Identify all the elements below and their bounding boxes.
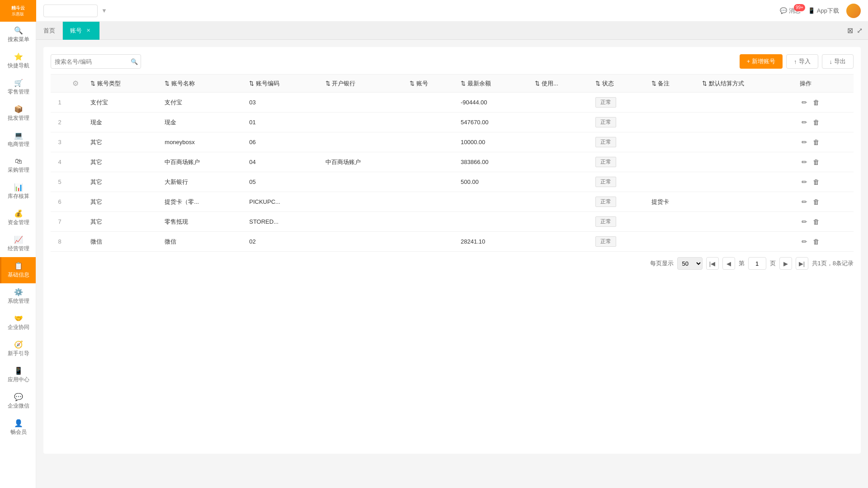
- col-account-code[interactable]: ⇅ 账号编码: [245, 75, 321, 93]
- sidebar-item-finance-mgmt[interactable]: 💰 资金管理: [0, 205, 36, 231]
- tab-expand-icon[interactable]: ⤢: [857, 26, 863, 35]
- logo-text: 精斗云: [11, 5, 25, 11]
- col-account-name[interactable]: ⇅ 账号名称: [161, 75, 245, 93]
- cell-usage: [531, 172, 592, 192]
- search-icon[interactable]: 🔍: [131, 58, 138, 65]
- tab-home-label: 首页: [43, 27, 55, 35]
- cell-account-no: [406, 113, 457, 132]
- prev-page-button[interactable]: ◀: [722, 257, 735, 270]
- topbar-search-input[interactable]: [43, 5, 98, 17]
- col-account-type[interactable]: ⇅ 账号类型: [87, 75, 161, 93]
- tab-accounts[interactable]: 账号 ✕: [63, 22, 99, 40]
- next-page-button[interactable]: ▶: [779, 257, 792, 270]
- delete-button[interactable]: 🗑: [811, 137, 821, 147]
- sidebar-item-purchase-mgmt[interactable]: 🛍 采购管理: [0, 153, 36, 178]
- last-page-button[interactable]: ▶|: [796, 257, 808, 270]
- edit-button[interactable]: ✏: [800, 137, 809, 147]
- delete-button[interactable]: 🗑: [811, 98, 821, 107]
- add-account-button[interactable]: + 新增账号: [740, 54, 783, 69]
- sidebar-item-operations-mgmt[interactable]: 📈 经营管理: [0, 231, 36, 257]
- edit-button[interactable]: ✏: [800, 177, 809, 187]
- col-usage[interactable]: ⇅ 使用...: [531, 75, 592, 93]
- first-page-button[interactable]: |◀: [706, 257, 719, 270]
- tab-collapse-icon[interactable]: ⊠: [847, 26, 853, 35]
- cell-latest-balance: 383866.00: [457, 152, 531, 172]
- col-config[interactable]: ⚙: [69, 75, 87, 93]
- sidebar-item-enterprise-agreement[interactable]: 🤝 企业协同: [0, 310, 36, 336]
- topbar-dropdown-icon[interactable]: ▼: [101, 7, 107, 14]
- status-badge: 正常: [595, 216, 616, 227]
- app-download-button[interactable]: 📱 App下载: [808, 7, 839, 15]
- edit-button[interactable]: ✏: [800, 217, 809, 227]
- import-button[interactable]: ↑ 导入: [786, 54, 818, 69]
- sidebar-item-retail-mgmt[interactable]: 🛒 零售管理: [0, 74, 36, 100]
- edit-button[interactable]: ✏: [800, 117, 809, 127]
- cell-account-name: 中百商场账户: [161, 152, 245, 172]
- cell-index: 4: [51, 152, 69, 172]
- status-badge: 正常: [595, 117, 616, 127]
- delete-button[interactable]: 🗑: [811, 157, 821, 167]
- export-icon: ↓: [830, 58, 833, 65]
- config-gear-icon[interactable]: ⚙: [72, 80, 79, 87]
- sidebar-item-search-menu[interactable]: 🔍 搜索菜单: [0, 22, 36, 48]
- cell-remark: [648, 212, 699, 232]
- sidebar-item-enterprise-wechat[interactable]: 💬 企业微信: [0, 388, 36, 414]
- sidebar-item-label: 资金管理: [8, 219, 29, 226]
- cell-account-name: 零售抵现: [161, 212, 245, 232]
- sidebar-item-wholesale-mgmt[interactable]: 📦 批发管理: [0, 100, 36, 127]
- col-account-no[interactable]: ⇅ 账号: [406, 75, 457, 93]
- cell-account-code: 01: [245, 113, 321, 132]
- delete-button[interactable]: 🗑: [811, 177, 821, 187]
- export-button[interactable]: ↓ 导出: [822, 54, 854, 69]
- page-number-input[interactable]: [748, 257, 766, 270]
- sidebar-item-label: 电商管理: [8, 141, 29, 148]
- page-size-select[interactable]: 50 20 100: [677, 257, 703, 270]
- cell-actions: ✏ 🗑: [796, 152, 854, 172]
- tab-accounts-close[interactable]: ✕: [85, 27, 92, 34]
- sidebar-item-basic-info[interactable]: 📋 基础信息: [0, 257, 36, 283]
- table-row: 8 微信 微信 02 28241.10 正常 ✏ 🗑: [51, 232, 854, 252]
- cell-usage: [531, 192, 592, 212]
- col-status[interactable]: ⇅ 状态: [592, 75, 647, 93]
- operations-icon: 📈: [14, 235, 23, 244]
- cell-account-name: 支付宝: [161, 93, 245, 113]
- sidebar-item-label: 批发管理: [8, 114, 29, 122]
- sidebar-item-quick-nav[interactable]: ⭐ 快捷导航: [0, 48, 36, 74]
- cell-status: 正常: [592, 93, 647, 113]
- col-latest-balance[interactable]: ⇅ 最新余额: [457, 75, 531, 93]
- col-default-settlement[interactable]: ⇅ 默认结算方式: [698, 75, 796, 93]
- sidebar-item-member[interactable]: 👤 畅会员: [0, 414, 36, 441]
- delete-button[interactable]: 🗑: [811, 237, 821, 246]
- cell-latest-balance: [457, 192, 531, 212]
- cell-default-settlement: [698, 192, 796, 212]
- edit-button[interactable]: ✏: [800, 237, 809, 247]
- cell-account-no: [406, 192, 457, 212]
- sidebar-item-ecommerce-mgmt[interactable]: 💻 电商管理: [0, 127, 36, 153]
- edit-button[interactable]: ✏: [800, 98, 809, 108]
- sidebar-item-label: 企业协同: [8, 324, 29, 331]
- cell-actions: ✏ 🗑: [796, 93, 854, 113]
- delete-button[interactable]: 🗑: [811, 217, 821, 226]
- delete-button[interactable]: 🗑: [811, 117, 821, 127]
- cell-account-code: 05: [245, 172, 321, 192]
- search-input[interactable]: [55, 58, 131, 65]
- edit-button[interactable]: ✏: [800, 157, 809, 167]
- cell-account-type: 微信: [87, 232, 161, 252]
- col-opening-bank[interactable]: ⇅ 开户银行: [322, 75, 406, 93]
- edit-button[interactable]: ✏: [800, 197, 809, 207]
- sidebar-item-inventory[interactable]: 📊 库存核算: [0, 178, 36, 205]
- sidebar-item-new-guide[interactable]: 🧭 新手引导: [0, 336, 36, 362]
- cell-usage: [531, 232, 592, 252]
- app-center-icon: 📱: [14, 366, 23, 375]
- sidebar-item-system-mgmt[interactable]: ⚙️ 系统管理: [0, 283, 36, 310]
- page-unit: 页: [770, 259, 776, 267]
- delete-button[interactable]: 🗑: [811, 197, 821, 206]
- avatar[interactable]: [846, 4, 861, 18]
- message-button[interactable]: 💬 消息 99+: [780, 7, 801, 15]
- sidebar-nav: 🔍 搜索菜单 ⭐ 快捷导航 🛒 零售管理 📦 批发管理 💻 电商管理 🛍 采购管…: [0, 22, 36, 488]
- col-remark[interactable]: ⇅ 备注: [648, 75, 699, 93]
- quick-nav-icon: ⭐: [14, 52, 23, 61]
- cell-opening-bank: [322, 93, 406, 113]
- sidebar-item-app-center[interactable]: 📱 应用中心: [0, 362, 36, 388]
- tab-home[interactable]: 首页: [36, 22, 63, 40]
